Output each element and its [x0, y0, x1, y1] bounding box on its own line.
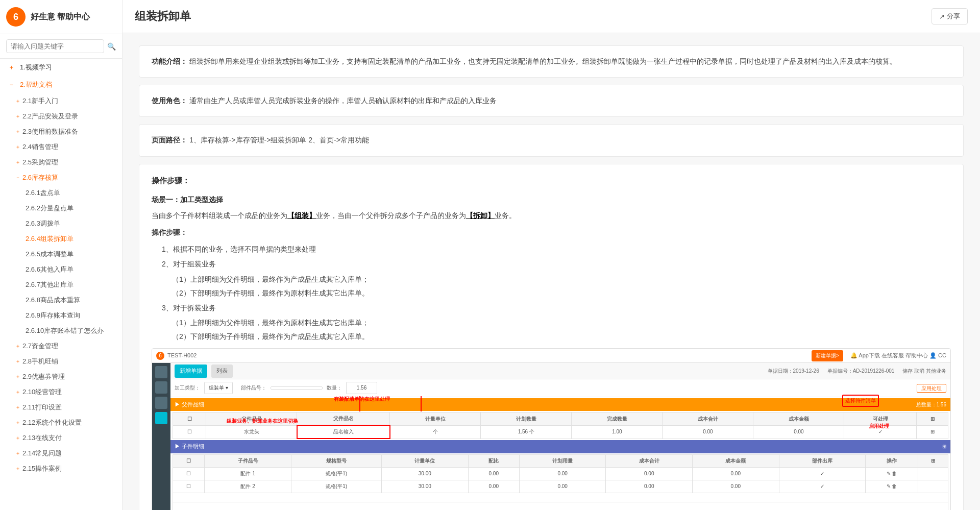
brow2-ratio: 0.00 [468, 480, 519, 493]
sidebar-item-data[interactable]: ＋ 2.3使用前数据准备 [0, 124, 122, 139]
path-text: 1、库存核算->库存管理->组装拆卸单 2、首页->常用功能 [189, 136, 369, 144]
search-icon[interactable]: 🔍 [107, 42, 116, 51]
sidebar-item-s264[interactable]: 2.6.4组装拆卸单 [0, 231, 122, 247]
bcol-unit: 计量单位 [382, 455, 469, 468]
sidebar-item-coupon[interactable]: ＋ 2.9优惠券管理 [0, 369, 122, 384]
sidebar-item-cases[interactable]: ＋ 2.15操作案例 [0, 461, 122, 476]
brow2-check: ☐ [173, 480, 205, 493]
share-button[interactable]: ↗ 分享 [932, 8, 968, 25]
brow2-expand [918, 480, 948, 493]
bcol-code: 子件品号 [205, 455, 291, 468]
sidebar-item-s2610[interactable]: 2.6.10库存账本错了怎么办 [0, 323, 122, 338]
sidebar-item-s266[interactable]: 2.6.6其他入库单 [0, 262, 122, 277]
step3-sub1: （1）上部明细为父件明细，最终作为原材料生成其它出库单； [172, 317, 951, 329]
sidebar-item-system[interactable]: ＋ 2.12系统个性化设置 [0, 415, 122, 430]
sim-company: TEST-H002 [167, 351, 197, 361]
sidebar-item-print[interactable]: ＋ 2.11打印设置 [0, 400, 122, 415]
arrow-line1 [421, 396, 422, 411]
search-input[interactable] [6, 39, 104, 53]
sim-section-assembly: ▶ 父件品细 总数量：1.56 [170, 398, 950, 411]
steps-card: 操作步骤： 场景一：加工类型选择 当由多个子件材料组装成一个成品的业务为【组装】… [139, 164, 964, 510]
row1-qty: 1.56 个 [481, 425, 572, 439]
sim-bottom-table: ☐ 子件品号 规格型号 计量单位 配比 计划用量 成本合计 成本金额 部件出库 [173, 454, 948, 510]
sim-date-label: 单据日期：2019-12-26 [768, 367, 819, 376]
screenshot-container: 6 TEST-H002 新建单据> 🔔 App下载 在线客服 帮助中心 👤 CC [152, 348, 951, 510]
sim-section-sub: ▶ 子件明细 ⊞ [170, 440, 950, 453]
brow1-unit: 30.00 [382, 468, 469, 480]
brow1-ratio: 0.00 [468, 468, 519, 480]
sim-nav-icon2 [155, 381, 167, 394]
sim-leftnav [152, 363, 170, 510]
annotation-enable: 启用处理 [869, 422, 889, 431]
sidebar-item-s262[interactable]: 2.6.2分量盘点单 [0, 201, 122, 216]
brow2-remain: 0.00 [692, 480, 779, 493]
brow1-expand [918, 468, 948, 480]
logo-icon: 6 [6, 7, 26, 27]
bcol-ratio: 配比 [468, 455, 519, 468]
sidebar-item-stock[interactable]: － 2.6库存核算 [0, 170, 122, 185]
bcol-check: ☐ [173, 455, 205, 468]
steps-title: 操作步骤： [152, 174, 951, 187]
sim-sub-select [271, 386, 323, 390]
row1-unit-cost: 0.00 [753, 425, 844, 439]
bcol-can: 部件出库 [779, 455, 866, 468]
sidebar: 6 好生意 帮助中心 🔍 ＋ 1.视频学习 － 2.帮助文档 ＋ 2.1新手入门… [0, 0, 122, 510]
sidebar-item-sales[interactable]: ＋ 2.4销售管理 [0, 139, 122, 155]
col-cost-qty: 完成数量 [572, 412, 663, 426]
role-card: 使用角色： 通常由生产人员或库管人员完成拆装业务的操作，库管人员确认原材料的出库… [139, 85, 964, 117]
bcol-expand: ⊞ [918, 455, 948, 468]
sim-sim-toolbar: 新增单据 列表 单据日期：2019-12-26 单据编号：AD-20191226… [170, 363, 950, 379]
bcol-actual: 成本合计 [606, 455, 693, 468]
sidebar-item-mobile[interactable]: ＋ 2.8手机旺铺 [0, 354, 122, 369]
sim-section-label-assembly: ▶ 父件品细 [175, 400, 204, 410]
step2: 2、对于组装业务 [162, 258, 951, 271]
row1-name: 品名输入 [297, 425, 390, 439]
brow1-op: ✎ 🗑 [866, 468, 918, 480]
sim-qty-label: 数量： [327, 383, 342, 393]
path-card: 页面路径： 1、库存核算->库存管理->组装拆卸单 2、首页->常用功能 [139, 124, 964, 156]
sim-logo: 6 [156, 352, 164, 360]
intro-text: 组装拆卸单用来处理企业组装或拆卸等加工业务，支持有固定装配清单的产品加工业务，也… [189, 57, 897, 65]
sidebar-item-s268[interactable]: 2.6.8商品成本重算 [0, 293, 122, 308]
sidebar-item-ops[interactable]: ＋ 2.10经营管理 [0, 384, 122, 400]
sim-type-row: 加工类型： 组装单 ▾ 部件品号： 数量： 1.56 应用处理 [170, 379, 950, 397]
sidebar-item-s261[interactable]: 2.6.1盘点单 [0, 185, 122, 201]
brow2-op: ✎ 🗑 [866, 480, 918, 493]
sidebar-item-fund[interactable]: ＋ 2.7资金管理 [0, 338, 122, 354]
sidebar-item-payment[interactable]: ＋ 2.13在线支付 [0, 430, 122, 446]
col-unit: 计量单位 [390, 412, 481, 426]
sidebar-item-purchase[interactable]: ＋ 2.5采购管理 [0, 155, 122, 170]
step1: 1、根据不同的业务，选择不同单据的类型来处理 [162, 243, 951, 256]
sidebar-item-s263[interactable]: 2.6.3调拨单 [0, 216, 122, 231]
sidebar-item-faq[interactable]: ＋ 2.14常见问题 [0, 446, 122, 461]
sidebar-item-newbie[interactable]: ＋ 2.1新手入门 [0, 93, 122, 109]
sidebar-item-s269[interactable]: 2.6.9库存账本查询 [0, 308, 122, 323]
col-total-cost: 成本合计 [663, 412, 753, 426]
row1-total: 0.00 [663, 425, 753, 439]
bcol-remain: 成本金额 [692, 455, 779, 468]
row1-check: ☐ [173, 425, 206, 439]
intro-card: 功能介绍： 组装拆卸单用来处理企业组装或拆卸等加工业务，支持有固定装配清单的产品… [139, 45, 964, 78]
col-check: ☐ [173, 412, 206, 426]
step2-sub1: （1）上部明细为父件明细，最终作为产成品生成其它入库单； [172, 273, 951, 286]
brow2-plan: 0.00 [519, 480, 606, 493]
sidebar-item-help[interactable]: － 2.帮助文档 [0, 76, 122, 93]
sim-sub-label: 部件品号： [241, 383, 266, 393]
nav-section: ＋ 1.视频学习 － 2.帮助文档 ＋ 2.1新手入门 ＋ 2.2产品安装及登录… [0, 59, 122, 476]
sim-nav-icon3 [155, 397, 167, 409]
sim-type-select: 组装单 ▾ [204, 382, 233, 394]
sim-icons: 🔔 App下载 在线客服 帮助中心 👤 CC [850, 351, 946, 361]
bcol-name: 规格型号 [291, 455, 381, 468]
row1-code: 水龙头 [206, 425, 297, 439]
sidebar-item-install[interactable]: ＋ 2.2产品安装及登录 [0, 109, 122, 124]
step2-sub2: （2）下部明细为子件明细，最终作为原材料生成其它出库单。 [172, 287, 951, 300]
sidebar-item-s267[interactable]: 2.6.7其他出库单 [0, 277, 122, 293]
sim-body: 新增单据 列表 单据日期：2019-12-26 单据编号：AD-20191226… [152, 363, 950, 510]
sidebar-item-video[interactable]: ＋ 1.视频学习 [0, 59, 122, 76]
sim-topbar: 6 TEST-H002 新建单据> 🔔 App下载 在线客服 帮助中心 👤 CC [152, 349, 950, 363]
sim-no-label: 单据编号：AD-20191226-001 [827, 367, 895, 376]
brow1-check: ☐ [173, 468, 205, 480]
sidebar-item-s265[interactable]: 2.6.5成本调整单 [0, 247, 122, 262]
arrow-line2 [359, 396, 360, 411]
brow1-code: 配件 1 [205, 468, 291, 480]
